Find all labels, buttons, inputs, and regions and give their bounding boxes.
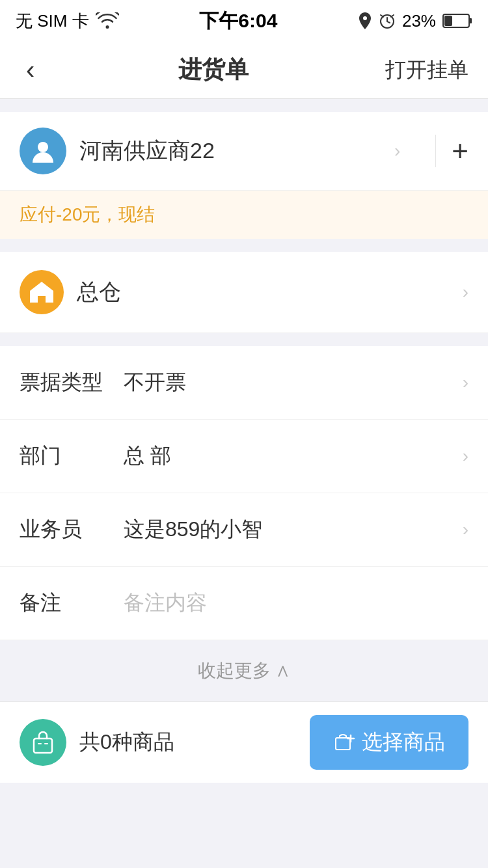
notice-bar: 应付-20元，现结 bbox=[0, 191, 488, 239]
department-arrow-icon: › bbox=[463, 446, 468, 467]
notice-text: 应付-20元，现结 bbox=[20, 204, 155, 224]
salesperson-value: 这是859的小智 bbox=[124, 515, 463, 544]
warehouse-name: 总仓 bbox=[77, 277, 463, 307]
alarm-icon bbox=[379, 12, 396, 30]
department-row[interactable]: 部门 总 部 › bbox=[0, 420, 488, 493]
supplier-name: 河南供应商22 bbox=[79, 136, 394, 166]
warehouse-row[interactable]: 总仓 › bbox=[0, 252, 488, 333]
svg-point-4 bbox=[38, 142, 48, 152]
svg-rect-3 bbox=[444, 16, 452, 26]
shopping-bag-icon bbox=[30, 729, 56, 755]
svg-rect-5 bbox=[34, 739, 52, 753]
product-icon-wrap bbox=[20, 719, 66, 766]
salesperson-arrow-icon: › bbox=[463, 519, 468, 540]
location-icon bbox=[358, 12, 372, 30]
salesperson-row[interactable]: 业务员 这是859的小智 › bbox=[0, 493, 488, 567]
invoice-type-value: 不开票 bbox=[124, 368, 463, 397]
nav-bar: ‹ 进货单 打开挂单 bbox=[0, 42, 488, 99]
warehouse-arrow-icon: › bbox=[463, 282, 468, 303]
remark-label: 备注 bbox=[20, 589, 124, 617]
page-title: 进货单 bbox=[178, 54, 249, 86]
warehouse-section: 总仓 › bbox=[0, 252, 488, 333]
carrier-text: 无 SIM 卡 bbox=[16, 10, 89, 33]
salesperson-label: 业务员 bbox=[20, 515, 124, 544]
select-product-button[interactable]: 选择商品 bbox=[310, 715, 468, 770]
department-label: 部门 bbox=[20, 442, 124, 470]
content-background bbox=[0, 783, 488, 868]
select-product-label: 选择商品 bbox=[362, 728, 445, 757]
gap-1 bbox=[0, 99, 488, 112]
person-icon bbox=[30, 138, 56, 164]
invoice-type-arrow-icon: › bbox=[463, 372, 468, 393]
product-count: 共0种商品 bbox=[79, 728, 310, 757]
open-pending-button[interactable]: 打开挂单 bbox=[385, 56, 468, 85]
svg-rect-2 bbox=[469, 18, 472, 23]
remark-row[interactable]: 备注 备注内容 bbox=[0, 567, 488, 640]
add-supplier-button[interactable]: + bbox=[452, 135, 468, 167]
supplier-row[interactable]: 河南供应商22 › + bbox=[0, 112, 488, 191]
supplier-section: 河南供应商22 › + 应付-20元，现结 bbox=[0, 112, 488, 239]
remark-value: 备注内容 bbox=[124, 589, 468, 617]
department-value: 总 部 bbox=[124, 442, 463, 470]
invoice-type-row[interactable]: 票据类型 不开票 › bbox=[0, 346, 488, 420]
form-section: 票据类型 不开票 › 部门 总 部 › 业务员 这是859的小智 › 备注 备注… bbox=[0, 346, 488, 640]
status-right: 23% bbox=[358, 11, 472, 31]
gap-3 bbox=[0, 333, 488, 346]
wifi-icon bbox=[96, 12, 119, 29]
house-icon bbox=[29, 280, 55, 304]
supplier-avatar bbox=[20, 128, 66, 174]
warehouse-icon-wrap bbox=[20, 270, 64, 314]
back-button[interactable]: ‹ bbox=[20, 49, 41, 91]
gap-2 bbox=[0, 239, 488, 252]
status-bar: 无 SIM 卡 下午6:04 23% bbox=[0, 0, 488, 42]
bottom-bar: 共0种商品 选择商品 bbox=[0, 701, 488, 783]
collapse-row[interactable]: 收起更多 ∧ bbox=[0, 640, 488, 701]
battery-text: 23% bbox=[402, 11, 436, 31]
status-left: 无 SIM 卡 bbox=[16, 10, 119, 33]
status-time: 下午6:04 bbox=[199, 8, 277, 34]
collapse-label: 收起更多 ∧ bbox=[198, 658, 291, 683]
invoice-type-label: 票据类型 bbox=[20, 368, 124, 397]
supplier-divider bbox=[435, 135, 436, 167]
supplier-arrow-icon: › bbox=[394, 141, 400, 161]
svg-rect-6 bbox=[336, 738, 350, 750]
add-cart-icon bbox=[333, 731, 355, 753]
battery-icon bbox=[442, 13, 472, 29]
